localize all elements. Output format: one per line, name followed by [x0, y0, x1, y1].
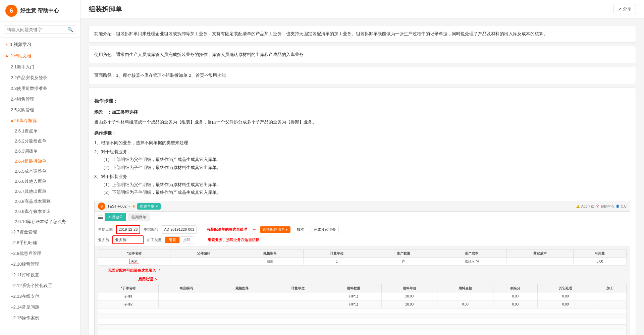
sim-child-name-1[interactable]: 子件1: [98, 292, 159, 300]
sidebar-item-finance[interactable]: + 2.7资金管理: [0, 227, 80, 237]
sim-btn-approve[interactable]: 核准: [294, 226, 307, 233]
sim-type-assemble-btn[interactable]: 组装: [165, 237, 179, 243]
sim-annotation3-area: 启用处理 ↘: [98, 276, 627, 282]
sim-child-unit-2: [270, 300, 326, 308]
sim-tab-current-month[interactable]: 本月做单: [105, 213, 126, 221]
search-area: 🔍: [0, 22, 80, 38]
operations-title: 操作步骤：: [94, 97, 630, 105]
sim-parent-prodcost-cell: 成品入 *4: [437, 258, 506, 266]
sidebar-subsub-label: 2.6.1盘点单: [15, 128, 38, 133]
sidebar-subsub-label: 2.6.8商品成本重算: [15, 199, 51, 204]
sim-child-process-2: [593, 300, 627, 308]
sidebar-item-cost-adjust[interactable]: 2.6.5成本调整单: [0, 166, 80, 176]
plus-icon-6: +: [11, 273, 13, 278]
sim-date-label: 单据日期: [98, 226, 113, 233]
share-button[interactable]: ↗ 分享: [613, 4, 636, 14]
sidebar-item-online-pay[interactable]: + 2.13在线支付: [0, 291, 80, 302]
sim-th-available: 可用量: [573, 249, 626, 258]
sim-child-table: *子件名称 商品编码 规格型号 计量单位 用料数量 用料单价 用料金额 剩余分 …: [98, 284, 627, 335]
step3-sub1: （1）上部明细为父件明细，最终作为原材料生成其它出库单；: [94, 181, 630, 188]
sidebar-item-ledger-err[interactable]: 2.6.10库存账本错了怎么办: [0, 217, 80, 227]
sim-new-form-btn[interactable]: 新建单据 ▾: [137, 203, 160, 210]
sidebar-item-print[interactable]: + 2.11打印设置: [0, 270, 80, 280]
sidebar-sub-label: 2.11打印设置: [13, 272, 39, 278]
sidebar-item-sales[interactable]: 2.4销售管理: [0, 94, 80, 105]
sim-annotation4: 无固定配件可组装在这里录入: [108, 268, 156, 272]
sim-annotation2: 组装业务、拆卸业务在这里切换: [208, 237, 259, 243]
sidebar-item-purchase[interactable]: 2.5采购管理: [0, 105, 80, 115]
sim-th-usage-amount: 用料金额: [437, 284, 493, 292]
sidebar-item-mobile[interactable]: + 2.8手机旺铺: [0, 237, 80, 248]
sim-th-usage-qty: 用料数量: [326, 284, 381, 292]
sim-btn-config[interactable]: 选择配件清单 ▾: [260, 226, 290, 233]
sim-logo-icon: 6: [98, 203, 105, 210]
sim-btn-complete[interactable]: 完成其它业务: [311, 226, 339, 233]
sidebar-item-new-user[interactable]: 2.1新手入门: [0, 62, 80, 72]
step2-sub2: （2）下部明细为子件明细，最终作为原材料生成其它出库单。: [94, 164, 630, 171]
sim-date-value[interactable]: 2019-12-26: [116, 225, 140, 234]
main-content: 组装拆卸单 ↗ 分享 功能介绍：组装拆卸单用来处理企业组装或拆卸等加工业务，支持…: [80, 0, 644, 335]
function-intro-block: 功能介绍：组装拆卸单用来处理企业组装或拆卸等加工业务，支持有固定装配清单的产品加…: [89, 25, 636, 43]
sim-child-spec-2: [214, 300, 270, 308]
sidebar-sub-label: 2.12系统个性化设置: [13, 283, 52, 289]
path-block: 页面路径：1、库存核算->库存管理->组装拆卸单 2、首页->常用功能: [89, 67, 636, 84]
sim-child-other-2: 0.00: [538, 300, 593, 308]
sidebar-item-assembly[interactable]: 2.6.4组装拆卸单: [0, 156, 80, 166]
sim-child-row-7: [98, 330, 627, 335]
sidebar-item-data-prep[interactable]: 2.3使用前数据准备: [0, 83, 80, 94]
sidebar-subsub-label: 2.6.9库存账本查询: [15, 209, 51, 214]
plus-icon-9: +: [11, 305, 13, 310]
sidebar-item-ledger-query[interactable]: 2.6.9库存账本查询: [0, 207, 80, 217]
sim-hamburger[interactable]: [98, 216, 103, 219]
sidebar-item-faq[interactable]: + 2.14常见问题: [0, 302, 80, 313]
sidebar-item-split-stocktake[interactable]: 2.6.2分量盘点单: [0, 136, 80, 146]
logo-text: 好生意 帮助中心: [20, 7, 59, 14]
scene1-desc: 当由多个子件材料组装成一个成品的业务为【组装】业务，当由一个父件拆分成多个子产品…: [94, 118, 630, 126]
sim-child-name-2[interactable]: 子件2: [98, 300, 159, 308]
sidebar-sub-label: 2.1新手入门: [11, 64, 34, 70]
sim-th-unit-price: 用料单价: [381, 284, 437, 292]
sim-number-value[interactable]: AD-20191226-001: [162, 225, 197, 234]
sim-screenshot: 6 TEST-H002 ▾ ⚙ 新建单据 ▾ 🔔 App下载 ❓ 帮助中心 👤: [95, 201, 630, 335]
sidebar-item-ops[interactable]: + 2.10经营管理: [0, 259, 80, 270]
sim-type-disassemble-btn[interactable]: 拆卸: [179, 237, 194, 243]
sim-child-code-2: [158, 300, 214, 308]
sidebar-item-other-in[interactable]: 2.6.6其他入库单: [0, 176, 80, 186]
sidebar-item-install[interactable]: 2.2产品安装及登录: [0, 72, 80, 83]
sidebar-item-videos[interactable]: + 1.视频学习: [0, 39, 80, 50]
sim-parent-name-cell[interactable]: 关米: [98, 258, 170, 266]
sidebar-subsub-label: 2.6.4组装拆卸单: [15, 159, 46, 164]
sidebar-item-coupon[interactable]: + 2.9优惠券管理: [0, 248, 80, 259]
sim-number-label: 单据编号: [144, 226, 158, 233]
user-role-block: 使用角色：通常由生产人员或库管人员完成拆装业务的操作，库管人员确认原材料的出库和…: [89, 46, 636, 63]
sim-th-process: 加工: [593, 284, 627, 292]
sidebar-sub-label: 2.10经营管理: [13, 261, 39, 267]
sidebar-item-inventory[interactable]: ● 2.6库存核算: [0, 115, 80, 126]
sim-worker-label: 业务员: [98, 237, 109, 243]
step1-text: 1、根据不同的业务，选择不同单据的类型来处理: [94, 139, 630, 147]
sidebar-item-cost-recalc[interactable]: 2.6.8商品成本重算: [0, 197, 80, 207]
sim-parent-prodqty-cell: 件: [370, 258, 437, 266]
sidebar-sub-label: 2.2产品安装及登录: [11, 75, 47, 81]
sim-worker-field[interactable]: 业务员: [112, 235, 144, 244]
share-icon: ↗: [618, 7, 622, 12]
sim-th-parent-name: *父件名称: [98, 249, 170, 258]
sim-child-row-6: [98, 324, 627, 330]
sim-th-child-unit: 计量单位: [270, 284, 326, 292]
sidebar-item-docs[interactable]: ● 2.帮助文档: [0, 50, 80, 62]
sidebar-item-stocktake[interactable]: 2.6.1盘点单: [0, 126, 80, 136]
sidebar-item-personalize[interactable]: + 2.12系统个性化设置: [0, 280, 80, 291]
sim-parent-spec-cell: 组装: [237, 258, 304, 266]
sidebar-item-adjust[interactable]: 2.6.3调拨单: [0, 146, 80, 156]
sidebar-subsub-label: 2.6.3调拨单: [15, 149, 38, 154]
search-input[interactable]: [7, 27, 67, 32]
sim-child-row-4: [98, 314, 627, 319]
plus-icon-5: +: [11, 262, 13, 267]
sidebar-sub-label: 2.14常见问题: [13, 304, 39, 310]
sim-child-unit-1: [270, 292, 326, 300]
sim-th-other-process: 其它处理: [538, 284, 593, 292]
step3-text: 3、对于拆装业务: [94, 173, 630, 180]
sim-tab-history[interactable]: 往期做单: [128, 213, 150, 221]
sidebar-item-other-out[interactable]: 2.6.7其他出库单: [0, 186, 80, 197]
sidebar-item-cases[interactable]: + 2.15操作案例: [0, 313, 80, 323]
